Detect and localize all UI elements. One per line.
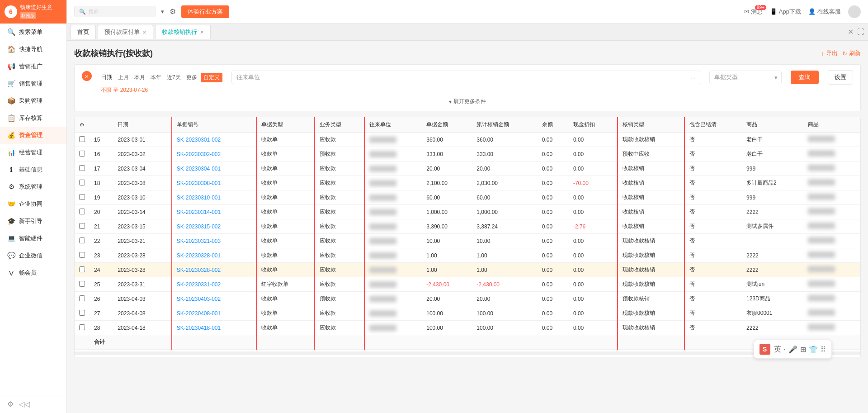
row-checkbox-11[interactable] bbox=[79, 295, 85, 301]
col-billamount-header[interactable]: 单据金额 bbox=[422, 117, 472, 133]
filter-7days-btn[interactable]: 近7天 bbox=[165, 73, 183, 82]
filter-last-month-btn[interactable]: 上月 bbox=[116, 73, 131, 82]
bill-no-link-9[interactable]: SK-20230328-002 bbox=[177, 267, 221, 273]
tab-prepay-close-icon[interactable]: ✕ bbox=[142, 29, 146, 35]
bill-no-link-6[interactable]: SK-20230315-002 bbox=[177, 223, 221, 230]
solution-button[interactable]: 体验行业方案 bbox=[181, 5, 229, 18]
col-partner-header[interactable]: 往来单位 bbox=[364, 117, 422, 133]
cell-settings-3[interactable] bbox=[75, 176, 90, 190]
cell-settings-12[interactable] bbox=[75, 306, 90, 321]
bill-no-link-0[interactable]: SK-20230301-002 bbox=[177, 137, 221, 143]
sidebar-item-11[interactable]: 🎓 新手引导 bbox=[0, 213, 66, 230]
bill-no-link-10[interactable]: SK-20230331-002 bbox=[177, 281, 221, 288]
sidebar-item-1[interactable]: 🏠 快捷导航 bbox=[0, 41, 66, 58]
cell-settings-6[interactable] bbox=[75, 219, 90, 234]
col-billno-header[interactable]: 单据编号 bbox=[172, 117, 257, 133]
tab-writeoff-close-icon[interactable]: ✕ bbox=[200, 29, 204, 35]
col-goods2-header[interactable]: 商品 bbox=[803, 117, 860, 133]
filter-this-year-btn[interactable]: 本年 bbox=[149, 73, 163, 82]
cell-settings-0[interactable] bbox=[75, 133, 90, 147]
sidebar-item-12[interactable]: 💻 智能硬件 bbox=[0, 230, 66, 247]
bill-no-link-7[interactable]: SK-20230321-003 bbox=[177, 238, 221, 244]
row-checkbox-8[interactable] bbox=[79, 252, 85, 258]
tab-prepay[interactable]: 预付款应付单 ✕ bbox=[98, 25, 153, 39]
row-checkbox-9[interactable] bbox=[79, 266, 85, 272]
cell-settings-5[interactable] bbox=[75, 205, 90, 219]
cell-settings-10[interactable] bbox=[75, 277, 90, 292]
row-checkbox-1[interactable] bbox=[79, 151, 85, 157]
bill-no-link-2[interactable]: SK-20230304-001 bbox=[177, 166, 221, 172]
row-checkbox-12[interactable] bbox=[79, 310, 85, 316]
online-service-button[interactable]: 👤 在线客服 bbox=[808, 8, 841, 16]
cell-settings-11[interactable] bbox=[75, 292, 90, 306]
topbar-search[interactable]: 🔍 搜索… bbox=[74, 6, 156, 17]
cell-settings-4[interactable] bbox=[75, 190, 90, 205]
sidebar-settings-icon[interactable]: ⚙ bbox=[7, 400, 14, 408]
tab-home[interactable]: 首页 bbox=[71, 25, 96, 39]
cell-settings-2[interactable] bbox=[75, 161, 90, 176]
tab-writeoff[interactable]: 收款核销执行 ✕ bbox=[155, 25, 211, 39]
cell-settings-9[interactable] bbox=[75, 263, 90, 277]
filter-expand-icon[interactable]: » bbox=[82, 71, 92, 81]
row-checkbox-10[interactable] bbox=[79, 281, 85, 287]
col-settings-header[interactable]: ⚙ bbox=[75, 117, 90, 133]
sidebar-item-10[interactable]: 🤝 企业协同 bbox=[0, 195, 66, 213]
sidebar-item-0[interactable]: 🔍 搜索菜单 bbox=[0, 24, 66, 41]
sidebar-item-7[interactable]: 📊 经营管理 bbox=[0, 144, 66, 161]
col-billtype-header[interactable]: 单据类型 bbox=[256, 117, 315, 133]
col-balance-header[interactable]: 余额 bbox=[538, 117, 569, 133]
row-checkbox-0[interactable] bbox=[79, 136, 85, 142]
query-button[interactable]: 查询 bbox=[791, 71, 819, 84]
sidebar-item-5[interactable]: 📋 库存核算 bbox=[0, 109, 66, 127]
refresh-button[interactable]: ↻ 刷新 bbox=[842, 49, 861, 57]
bill-no-link-4[interactable]: SK-20230310-001 bbox=[177, 195, 221, 201]
sidebar-item-8[interactable]: ℹ 基础信息 bbox=[0, 161, 66, 178]
cell-settings-8[interactable] bbox=[75, 248, 90, 263]
col-discount-header[interactable]: 现金折扣 bbox=[569, 117, 618, 133]
col-writeofftype-header[interactable]: 核销类型 bbox=[618, 117, 684, 133]
app-download-button[interactable]: 📱 App下载 bbox=[770, 8, 801, 16]
sidebar-item-9[interactable]: ⚙ 系统管理 bbox=[0, 178, 66, 195]
col-date-header[interactable]: 日期 bbox=[113, 117, 171, 133]
filter-custom-btn[interactable]: 自定义 bbox=[201, 73, 222, 82]
export-button[interactable]: ↑ 导出 bbox=[821, 49, 838, 57]
row-checkbox-4[interactable] bbox=[79, 194, 85, 200]
row-checkbox-2[interactable] bbox=[79, 165, 85, 171]
row-checkbox-6[interactable] bbox=[79, 223, 85, 229]
bill-no-link-8[interactable]: SK-20230328-001 bbox=[177, 252, 221, 259]
filter-this-month-btn[interactable]: 本月 bbox=[132, 73, 147, 82]
cell-settings-13[interactable] bbox=[75, 321, 90, 335]
sidebar-item-14[interactable]: V 畅会员 bbox=[0, 264, 66, 281]
tab-maximize-button[interactable]: ⛶ bbox=[857, 28, 864, 36]
bill-no-link-13[interactable]: SK-20230418-001 bbox=[177, 325, 221, 331]
sidebar-item-3[interactable]: 🛒 销售管理 bbox=[0, 75, 66, 92]
filter-type-select[interactable]: 单据类型 ▾ bbox=[709, 71, 782, 84]
bill-no-link-11[interactable]: SK-20230403-002 bbox=[177, 296, 221, 302]
col-totalwriteoff-header[interactable]: 累计核销金额 bbox=[472, 117, 537, 133]
cell-settings-1[interactable] bbox=[75, 147, 90, 161]
sidebar-item-6[interactable]: 💰 资金管理 bbox=[0, 127, 66, 144]
user-avatar[interactable] bbox=[848, 5, 861, 18]
filter-setting-button[interactable]: 设置 bbox=[828, 70, 853, 85]
col-biztype-header[interactable]: 业务类型 bbox=[315, 117, 364, 133]
row-checkbox-7[interactable] bbox=[79, 237, 85, 243]
filter-unit-input[interactable]: 往来单位 ··· bbox=[231, 71, 700, 84]
messages-button[interactable]: ✉ 消息 99+ bbox=[744, 8, 763, 16]
sidebar-item-4[interactable]: 📦 采购管理 bbox=[0, 92, 66, 109]
cell-settings-7[interactable] bbox=[75, 234, 90, 248]
row-checkbox-13[interactable] bbox=[79, 324, 85, 330]
sidebar-collapse-icon[interactable]: ◁◁ bbox=[19, 400, 30, 408]
topbar-dropdown[interactable]: ▾ bbox=[161, 8, 164, 15]
sidebar-item-2[interactable]: 📢 营销推广 bbox=[0, 58, 66, 75]
row-checkbox-5[interactable] bbox=[79, 209, 85, 214]
bill-no-link-12[interactable]: SK-20230408-001 bbox=[177, 310, 221, 317]
bill-no-link-5[interactable]: SK-20230314-001 bbox=[177, 209, 221, 215]
col-goods-header[interactable]: 商品 bbox=[742, 117, 803, 133]
bill-no-link-1[interactable]: SK-20230302-002 bbox=[177, 151, 221, 157]
row-checkbox-3[interactable] bbox=[79, 180, 85, 185]
col-includesettled-header[interactable]: 包含已结清 bbox=[684, 117, 742, 133]
topbar-gear-icon[interactable]: ⚙ bbox=[170, 7, 176, 16]
tab-close-all-button[interactable]: ✕ bbox=[848, 28, 854, 36]
expand-more-button[interactable]: ▾ 展开更多条件 bbox=[449, 98, 486, 105]
filter-more-btn[interactable]: 更多 bbox=[184, 73, 199, 82]
